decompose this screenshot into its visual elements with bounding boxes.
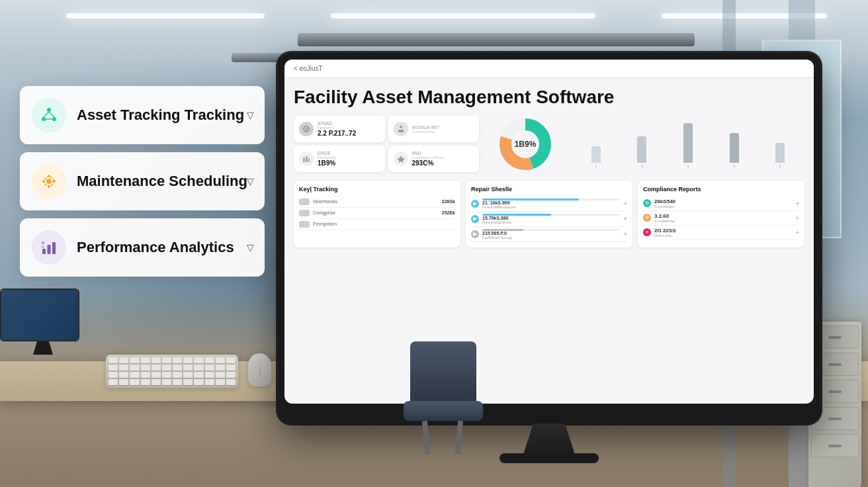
bar-group-1: 1 xyxy=(575,146,617,168)
key xyxy=(119,379,128,385)
stat-sublabel-3: Coeneoifortg xyxy=(412,130,474,134)
key xyxy=(130,357,139,363)
maintenance-title: Maintenance Scheduling xyxy=(77,173,251,190)
panel-item-2-0: ▶ 21. 18kS.999 FiveJOMNlzarpons + xyxy=(471,197,627,212)
chair-back xyxy=(410,341,476,401)
add-button-2-1[interactable]: + xyxy=(623,215,627,222)
screen-body: Facility Asset Management Software xyxy=(284,78,814,404)
key xyxy=(205,365,214,371)
svg-rect-24 xyxy=(42,249,46,254)
add-button-3-2[interactable]: + xyxy=(795,229,799,236)
key xyxy=(216,372,225,378)
stat-value-2: 293C% xyxy=(412,159,474,167)
bar-group-5: 5 xyxy=(759,143,801,168)
key xyxy=(183,357,193,363)
item-icon-1-0 xyxy=(299,199,310,205)
svg-point-1 xyxy=(306,128,308,130)
back-button[interactable]: < eoJiusT xyxy=(294,65,323,72)
bar-label-5: 5 xyxy=(779,164,781,168)
item-sub-3-2: Dsort jefiy xyxy=(654,234,792,238)
item-info-3-1: 3.2.60 Cosoethina xyxy=(654,213,792,223)
maintenance-chevron: ▽ xyxy=(247,176,254,187)
item-name-1-2: Permpritem xyxy=(313,222,455,226)
stat-info-2: ftND Cuenbopri.ctRoss 293C% xyxy=(412,151,474,167)
ceiling-light-1 xyxy=(66,13,265,19)
stat-label-1: ERGE xyxy=(318,151,380,155)
item-info-2-0: 21. 18kS.999 FiveJOMNlzarpons xyxy=(482,199,620,209)
svg-point-18 xyxy=(46,179,52,184)
secondary-monitor-screen xyxy=(1,290,78,340)
feature-card-analytics[interactable]: Performance Analytics ▽ xyxy=(20,218,265,277)
svg-rect-21 xyxy=(48,185,50,188)
cabinet-drawer-5 xyxy=(811,434,859,457)
item-sub-2-0: FiveJOMNlzarpons xyxy=(482,205,620,209)
keyboard xyxy=(106,355,238,388)
analytics-chevron: ▽ xyxy=(247,242,254,253)
drawer-handle xyxy=(828,336,842,339)
ceiling-pipe-1 xyxy=(298,33,695,46)
network-icon xyxy=(40,106,58,124)
panel-title-2: Repair Sheslle xyxy=(471,186,627,193)
bar-group-3: 3 xyxy=(667,123,709,168)
key xyxy=(216,357,225,363)
panel-compliance-reports: Compliance Reports ⚙ 28kS540 Coondpasn + xyxy=(638,181,804,247)
key xyxy=(173,365,182,371)
key xyxy=(162,357,171,363)
chair xyxy=(384,341,503,474)
item-value-2-1: 15.79kS.880 xyxy=(482,216,620,220)
panel-key-tracking: Key| Tracking Skierrberies 228Sk Comgpri… xyxy=(294,181,460,247)
chair-leg-1 xyxy=(422,421,430,455)
item-value-3-2: 2G 22SS xyxy=(654,228,792,234)
key xyxy=(162,379,171,385)
item-info-2-2: 215.585.P.0 FurftSoert lpn.ug xyxy=(482,229,620,240)
stat-icon-3 xyxy=(394,122,408,136)
item-info-3-0: 28kS540 Coondpasn xyxy=(654,199,792,208)
secondary-monitor-frame xyxy=(0,288,79,341)
bar-group-2: 2 xyxy=(621,136,664,168)
chair-seat xyxy=(404,401,483,421)
key xyxy=(173,379,182,385)
add-button-3-1[interactable]: + xyxy=(795,214,799,222)
item-value-3-1: 3.2.60 xyxy=(654,213,792,219)
item-sub-2-1: Aoertmeqirletras xyxy=(482,220,620,224)
stat-card-1: ERGE Pretoporig 1B9% xyxy=(294,146,385,172)
panel-repair-schedule: Repair Sheslle ▶ 21. 18kS.999 FiveJOMNlz… xyxy=(466,181,632,247)
feature-card-asset-tracking[interactable]: Asset Tracking Tracking ▽ xyxy=(20,86,265,144)
key xyxy=(141,372,150,378)
secondary-monitor xyxy=(0,288,86,394)
item-sub-2-2: FurftSoert lpn.ug xyxy=(482,236,620,240)
stat-icon-2 xyxy=(394,152,408,166)
app-title: Facility Asset Management Software xyxy=(294,87,804,108)
key xyxy=(194,372,203,378)
donut-chart-container: 1B9% xyxy=(486,114,565,174)
svg-rect-4 xyxy=(303,157,305,162)
stat-info-0: ATIIAD Finosiers 2.2 P.217..72 xyxy=(318,121,380,137)
add-button-3-0[interactable]: + xyxy=(795,200,799,207)
item-value-2-0: 21. 18kS.999 xyxy=(482,200,620,205)
feature-cards: Asset Tracking Tracking ▽ Maintenance Sc… xyxy=(20,86,265,277)
panel-title-3: Compliance Reports xyxy=(643,186,799,193)
item-sub-3-1: Cosoethina xyxy=(654,219,792,223)
bar-label-1: 1 xyxy=(595,164,597,168)
panel-title-1: Key| Tracking xyxy=(299,186,455,193)
svg-marker-7 xyxy=(397,155,405,163)
maintenance-text: Maintenance Scheduling xyxy=(77,173,251,190)
item-info-2-1: 15.79kS.880 Aoertmeqirletras xyxy=(482,214,620,224)
feature-card-maintenance[interactable]: Maintenance Scheduling ▽ xyxy=(20,152,265,210)
item-dot-3-0: ⚙ xyxy=(643,199,651,207)
panel-item-1-1: Comgprise 252Ek xyxy=(299,208,455,219)
panel-item-3-0: ⚙ 28kS540 Coondpasn + xyxy=(643,197,799,211)
add-button-2-2[interactable]: + xyxy=(623,230,627,238)
key xyxy=(152,372,161,378)
add-button-2-0[interactable]: + xyxy=(623,200,627,207)
panel-item-3-1: ⚙ 3.2.60 Cosoethina + xyxy=(643,211,799,226)
stat-card-0: ATIIAD Finosiers 2.2 P.217..72 xyxy=(294,116,385,142)
panel-item-3-2: ✕ 2G 22SS Dsort jefiy + xyxy=(643,226,799,240)
svg-rect-26 xyxy=(52,242,56,254)
analytics-text: Performance Analytics xyxy=(77,239,251,256)
bar-label-4: 4 xyxy=(733,164,735,168)
key xyxy=(108,372,118,378)
drawer-handle xyxy=(828,418,842,420)
drawer-handle xyxy=(828,390,842,393)
svg-rect-22 xyxy=(42,181,45,183)
